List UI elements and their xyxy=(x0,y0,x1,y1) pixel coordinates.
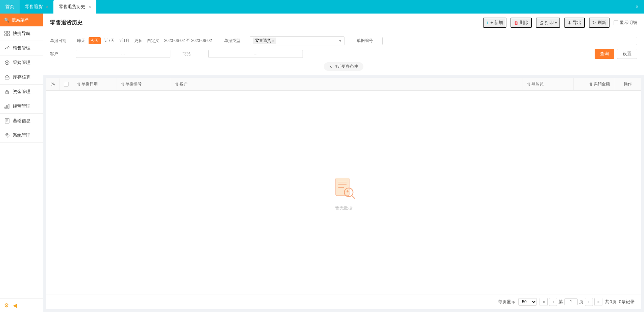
refresh-btn[interactable]: ↻ 刷新 xyxy=(589,18,610,28)
goods-filter-input[interactable]: … xyxy=(208,50,303,58)
sidebar-item-system[interactable]: 系统管理 xyxy=(0,128,43,143)
new-icon: + xyxy=(486,20,489,25)
svg-point-13 xyxy=(7,92,7,93)
tab-retail-return-history-label: 零售退货历史 xyxy=(59,4,85,10)
display-switch[interactable]: 显示明细 xyxy=(614,20,637,26)
page-size-select[interactable]: 50 100 200 xyxy=(518,298,537,306)
print-btn[interactable]: 🖨 打印 ▾ xyxy=(536,18,560,28)
date-option-7days[interactable]: 近7天 xyxy=(103,37,116,44)
select-all-checkbox[interactable] xyxy=(64,82,69,87)
type-tag: 零售退货 × xyxy=(253,38,276,44)
goods-filter-label: 商品 xyxy=(183,51,203,57)
th-customer-sort: ⇅ xyxy=(175,82,178,87)
sidebar-item-finance[interactable]: 资金管理 xyxy=(0,85,43,99)
page-nav: « ‹ 第 页 › » xyxy=(540,298,602,306)
total-info: 共0页, 0条记录 xyxy=(605,299,635,305)
sidebar-item-operation[interactable]: 经营管理 xyxy=(0,99,43,114)
th-customer[interactable]: ⇅ 客户 xyxy=(171,78,523,90)
new-btn[interactable]: + + 新增 xyxy=(483,18,506,28)
print-label: 打印 xyxy=(545,20,554,26)
table-area: ⇅ 单据日期 ⇅ 单据编号 ⇅ 客户 ⇅ 导购员 ⇅ 实销金额 xyxy=(46,78,641,309)
quick-nav-icon xyxy=(4,30,10,37)
query-btn[interactable]: 查询 xyxy=(595,49,614,59)
pagination: 每页显示 50 100 200 « ‹ 第 页 › » 共0页, 0条记录 xyxy=(46,294,641,309)
sidebar-item-basic-info[interactable]: 基础信息 xyxy=(0,114,43,128)
th-date-text: 单据日期 xyxy=(81,81,98,87)
sidebar-item-inventory[interactable]: 库存核算 xyxy=(0,70,43,85)
collapse-btn[interactable]: ∧ 收起更多条件 xyxy=(324,62,363,71)
tab-retail-return-history-close[interactable]: × xyxy=(89,5,91,9)
settings-bottom-icon[interactable]: ⚙ xyxy=(4,302,9,309)
display-switch-checkbox[interactable] xyxy=(614,20,618,25)
sidebar-search[interactable]: 🔍 搜索菜单 xyxy=(0,14,43,26)
page-prev-btn[interactable]: ‹ xyxy=(549,298,557,306)
date-option-more[interactable]: 更多 xyxy=(133,37,144,44)
number-filter-input[interactable] xyxy=(382,37,637,45)
sidebar-item-purchase-mgmt-label: 采购管理 xyxy=(13,60,30,66)
print-icon: 🖨 xyxy=(539,20,544,25)
date-option-custom[interactable]: 自定义 xyxy=(146,37,161,44)
export-btn[interactable]: ⬇ 导出 xyxy=(564,18,585,28)
th-number[interactable]: ⇅ 单据编号 xyxy=(117,78,171,90)
filter-bar: 单据日期 昨天 今天 近7天 近1月 更多 自定义 2023-06-02 至 2… xyxy=(43,32,644,75)
sidebar-bottom: ⚙ ◀ xyxy=(0,298,43,312)
refresh-label: 刷新 xyxy=(597,20,606,26)
tab-bar: 首页 零售退货 × 零售退货历史 × × xyxy=(0,0,644,14)
print-dropdown-icon: ▾ xyxy=(555,21,557,25)
tab-home[interactable]: 首页 xyxy=(0,0,20,14)
th-amount-text: 实销金额 xyxy=(594,81,610,87)
date-option-yesterday[interactable]: 昨天 xyxy=(76,37,87,44)
sidebar-item-purchase-mgmt[interactable]: 采购管理 xyxy=(0,55,43,70)
type-dropdown-icon[interactable]: ▾ xyxy=(339,38,341,43)
svg-point-5 xyxy=(7,48,7,49)
svg-rect-11 xyxy=(5,77,9,79)
th-number-text: 单据编号 xyxy=(125,81,142,87)
page-first-btn[interactable]: « xyxy=(540,298,548,306)
tab-home-label: 首页 xyxy=(5,4,14,10)
th-amount[interactable]: ⇅ 实销金额 xyxy=(574,78,614,90)
svg-rect-16 xyxy=(8,104,9,108)
sidebar-item-system-label: 系统管理 xyxy=(13,132,30,138)
page-size-label: 每页显示 xyxy=(498,299,516,305)
tab-retail-return[interactable]: 零售退货 × xyxy=(20,0,53,14)
svg-point-23 xyxy=(52,83,53,85)
header-actions: + + 新增 🗑 删除 🖨 打印 ▾ ⬇ 导出 ↻ xyxy=(483,18,637,28)
th-date[interactable]: ⇅ 单据日期 xyxy=(73,78,117,90)
tab-retail-return-close[interactable]: × xyxy=(46,5,48,9)
th-date-label: ⇅ xyxy=(77,82,80,87)
window-close-btn[interactable]: × xyxy=(630,4,644,10)
th-setting[interactable] xyxy=(46,79,59,90)
sidebar-item-finance-label: 资金管理 xyxy=(13,89,30,95)
type-filter-input[interactable]: 零售退货 × ▾ xyxy=(250,36,344,45)
empty-illustration xyxy=(330,174,357,201)
th-guide[interactable]: ⇅ 导购员 xyxy=(523,78,574,90)
page-title: 零售退货历史 xyxy=(50,19,82,26)
purchase-mgmt-icon xyxy=(4,60,10,66)
delete-btn[interactable]: 🗑 删除 xyxy=(510,18,532,28)
sidebar-item-quick-nav[interactable]: 快捷导航 xyxy=(0,26,43,41)
page-next-btn[interactable]: › xyxy=(585,298,593,306)
filter-row-2: 客户 … 商品 … 查询 设置 xyxy=(50,49,637,59)
refresh-icon: ↻ xyxy=(592,20,596,25)
basic-info-icon xyxy=(4,118,10,124)
page-unit: 页 xyxy=(579,299,583,305)
date-option-today[interactable]: 今天 xyxy=(89,37,101,44)
svg-point-21 xyxy=(6,135,8,136)
svg-rect-0 xyxy=(5,31,7,33)
finance-icon xyxy=(4,89,10,95)
date-option-1month[interactable]: 近1月 xyxy=(118,37,131,44)
type-tag-close[interactable]: × xyxy=(272,39,274,43)
customer-filter-input[interactable]: … xyxy=(76,50,170,58)
content-area: 零售退货历史 + + 新增 🗑 删除 🖨 打印 ▾ ⬇ 导出 xyxy=(43,14,644,312)
collapse-label: 收起更多条件 xyxy=(334,64,358,69)
svg-point-6 xyxy=(8,46,9,47)
setting-btn[interactable]: 设置 xyxy=(617,49,637,59)
th-checkbox[interactable] xyxy=(59,79,73,90)
sidebar-item-sales-mgmt[interactable]: 销售管理 xyxy=(0,41,43,55)
tab-retail-return-history[interactable]: 零售退货历史 × xyxy=(53,0,96,14)
page-number-input[interactable] xyxy=(564,298,578,305)
date-range-display: 2023-06-02 至 2023-06-02 xyxy=(164,38,212,44)
collapse-sidebar-icon[interactable]: ◀ xyxy=(13,302,17,309)
th-action-text: 操作 xyxy=(624,81,632,87)
page-last-btn[interactable]: » xyxy=(594,298,602,306)
